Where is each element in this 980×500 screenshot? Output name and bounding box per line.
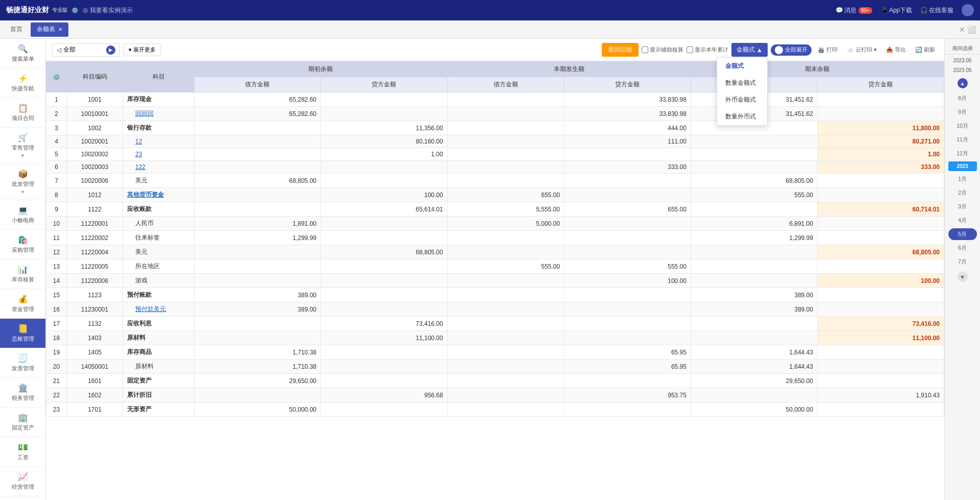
cell-code: 1701	[67, 402, 123, 417]
month-6[interactable]: 6月	[948, 242, 977, 254]
cell-eb-debit	[691, 317, 817, 331]
tab-home[interactable]: 首页	[4, 22, 29, 37]
app-edition: 专业版	[52, 7, 67, 14]
sidebar-item-purchase[interactable]: 🛍️ 采购管理	[0, 230, 45, 259]
th-settings[interactable]: ⚙️	[46, 62, 67, 92]
dropdown-item-amount[interactable]: 金额式	[717, 58, 767, 75]
sidebar-item-wholesale[interactable]: 📦 批发管理 ▼	[0, 164, 45, 200]
month-11[interactable]: 11月	[948, 134, 977, 146]
cell-ob-credit	[321, 217, 447, 231]
cell-no: 5	[46, 148, 67, 161]
print-btn[interactable]: 🖨️ 打印	[815, 44, 841, 56]
sidebar-item-capital[interactable]: 💰 资金管理	[0, 289, 45, 319]
show-yearly-checkbox[interactable]	[687, 46, 693, 53]
month-1[interactable]: 1月	[948, 173, 977, 185]
cell-subject[interactable]: 122	[123, 161, 194, 174]
cell-no: 14	[46, 274, 67, 288]
show-auxiliary-checkbox[interactable]	[642, 46, 648, 53]
cell-eb-credit: 60,714.01	[817, 202, 944, 217]
salary-icon: 💵	[18, 442, 28, 452]
maximize-btn[interactable]: ⬜	[967, 26, 976, 34]
sidebar-item-fixed-assets[interactable]: 🏢 固定资产	[0, 408, 45, 437]
cell-ob-credit: 68,805.00	[321, 245, 447, 259]
table-row: 231701无形资产50,000.0050,000.00	[46, 402, 944, 417]
sidebar-item-sales[interactable]: 📝 小畅报销	[0, 496, 45, 500]
export-btn[interactable]: 📤 导出	[883, 44, 909, 56]
accounting-icon: 📒	[18, 324, 28, 334]
online-service-btn[interactable]: 🎧 在线客服	[920, 6, 953, 15]
search-next-icon[interactable]: ▶	[106, 45, 115, 55]
cell-cur-credit: 655.00	[564, 202, 691, 217]
month-12[interactable]: 12月	[948, 148, 977, 159]
cell-ob-credit	[321, 231, 447, 245]
toolbar-right: 退回旧版 显示辅助核算 显示本年累计 金额式 ▲	[602, 43, 938, 57]
cell-eb-debit: 555.00	[691, 188, 817, 202]
user-avatar[interactable]	[962, 4, 974, 16]
sidebar-item-invoice[interactable]: 🧾 发票管理	[0, 348, 45, 378]
search-box[interactable]: ◁ ▶	[52, 43, 120, 57]
expand-all-toggle[interactable]: 全部展开	[771, 44, 812, 56]
cell-ob-debit: 1,891.00	[194, 217, 321, 231]
sidebar-item-accounting[interactable]: 📒 总账管理	[0, 319, 45, 348]
cell-code: 1601	[67, 374, 123, 388]
sidebar-item-operations[interactable]: 📈 经营管理	[0, 467, 45, 496]
search-input[interactable]	[63, 46, 104, 54]
cell-cur-debit	[447, 331, 564, 345]
sidebar-item-ecommerce[interactable]: 💻 小畅电商	[0, 200, 45, 230]
cell-cur-credit	[564, 148, 691, 161]
dropdown-item-qty-amount[interactable]: 数量金额式	[717, 75, 767, 91]
dropdown-item-qty-foreign[interactable]: 数量外币式	[717, 108, 767, 125]
cloud-print-btn[interactable]: ☁️ 云打印 ▾	[844, 44, 880, 56]
sidebar-item-project[interactable]: 📋 项目合同	[0, 98, 45, 128]
tab-balance[interactable]: 余额表 ✕	[31, 22, 68, 37]
sidebar-item-tax[interactable]: 🏛️ 税务管理	[0, 378, 45, 408]
cell-subject[interactable]: 预付款美元	[123, 302, 194, 317]
show-yearly-label[interactable]: 显示本年累计	[687, 46, 728, 54]
wholesale-icon: 📦	[18, 169, 28, 179]
cell-cur-credit: 333.00	[564, 161, 691, 174]
right-panel: 期间选择 2023.05 2023.05 ▲ 8月 9月 10月 11月 12月…	[944, 39, 980, 500]
show-auxiliary-label[interactable]: 显示辅助核算	[642, 46, 683, 54]
dropdown-item-foreign-amount[interactable]: 外币金额式	[717, 91, 767, 108]
cell-no: 3	[46, 121, 67, 135]
demo-link[interactable]: ◎ 我要看实例演示	[83, 6, 133, 15]
cell-ob-credit	[321, 345, 447, 360]
month-3[interactable]: 3月	[948, 201, 977, 212]
expand-more-btn[interactable]: ▾ 展开更多	[123, 43, 161, 56]
sidebar-item-retail[interactable]: 🛒 零售管理 ▼	[0, 128, 45, 164]
month-5[interactable]: 5月	[948, 228, 977, 240]
cell-eb-debit: 389.00	[691, 302, 817, 317]
close-panel-btn[interactable]: ✕	[959, 26, 965, 34]
month-8[interactable]: 8月	[948, 92, 977, 104]
cell-code: 10020002	[67, 148, 123, 161]
month-7[interactable]: 7月	[948, 256, 977, 268]
cell-subject[interactable]: 12	[123, 135, 194, 148]
retro-btn[interactable]: 退回旧版	[602, 43, 639, 57]
sidebar-item-quick-nav[interactable]: ⚡ 快捷导航	[0, 68, 45, 98]
month-9[interactable]: 9月	[948, 106, 977, 118]
message-btn[interactable]: 💬 消息 99+	[836, 6, 872, 15]
cell-subject[interactable]: 回回回	[123, 107, 194, 121]
sidebar-search[interactable]: 🔍 搜索菜单	[0, 39, 45, 68]
cell-code: 1012	[67, 188, 123, 202]
refresh-btn[interactable]: 🔄 刷新	[912, 44, 938, 56]
app-download-btn[interactable]: 📱 App下载	[880, 6, 912, 15]
expand-panel-btn[interactable]: ▼	[958, 272, 968, 282]
cell-subject[interactable]: 23	[123, 148, 194, 161]
sidebar-item-salary[interactable]: 💵 工资	[0, 437, 45, 467]
th-eb-credit: 贷方金额	[817, 77, 944, 92]
mode-btn[interactable]: 金额式 ▲	[731, 43, 768, 57]
cell-eb-debit: 1,299.99	[691, 231, 817, 245]
cell-eb-debit	[691, 148, 817, 161]
cell-code: 1405	[67, 345, 123, 360]
tab-close-balance[interactable]: ✕	[58, 27, 62, 32]
settings-area[interactable]: ⚙️	[71, 7, 79, 14]
cell-subject[interactable]: 其他货币资金	[123, 188, 194, 202]
month-2[interactable]: 2月	[948, 187, 977, 199]
month-10[interactable]: 10月	[948, 120, 977, 132]
cell-code: 1602	[67, 388, 123, 402]
month-4[interactable]: 4月	[948, 215, 977, 226]
sidebar-item-inventory[interactable]: 📊 库存核算	[0, 259, 45, 289]
table-row: 211601固定资产29,650.0029,650.00	[46, 374, 944, 388]
collapse-panel-btn[interactable]: ▲	[958, 78, 968, 88]
